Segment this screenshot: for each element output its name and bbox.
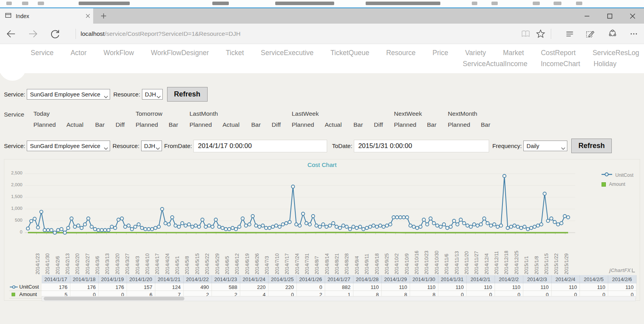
horizontal-scrollbar[interactable] (42, 296, 636, 301)
summary-group-today: TodayPlannedActualBarDiff (33, 110, 136, 128)
nav-item-ticketqueue[interactable]: TicketQueue (331, 49, 370, 57)
maximize-button[interactable] (598, 8, 621, 24)
table-date-header: 2014/1/30 (410, 275, 438, 283)
table-cell: 176 (98, 283, 127, 291)
background-fragment (212, 2, 229, 5)
close-button[interactable] (621, 8, 644, 24)
table-cell: 110 (381, 283, 410, 291)
summary-group-nextmonth: NextMonthPlannedBar (448, 110, 502, 128)
x-tick-label: 2015/1/22 (554, 237, 559, 274)
summary-col-bar: Bar (353, 121, 374, 128)
legend-item-unitcost: UnitCost (602, 172, 633, 178)
nav-item-resource[interactable]: Resource (386, 49, 416, 57)
nav-item-price[interactable]: Price (432, 49, 448, 57)
nav-item-workflow[interactable]: WorkFlow (103, 49, 134, 57)
chevron-down-icon (156, 93, 161, 100)
new-tab-button[interactable] (97, 8, 110, 24)
chart-plot (25, 171, 575, 237)
table-date-header: 2014/2/5 (580, 275, 608, 283)
background-fragment (472, 2, 477, 5)
x-tick-label: 2014/9/18 (374, 237, 380, 274)
minimize-button[interactable] (576, 8, 598, 24)
nav-item-serviceactualincome[interactable]: ServiceActualIncome (463, 60, 527, 68)
back-icon[interactable] (5, 28, 17, 40)
background-fragment (533, 2, 540, 5)
summary-group-columns: PlannedBar (394, 121, 448, 128)
summary-col-planned: Planned (448, 121, 481, 128)
table-cell: 110 (495, 283, 523, 291)
x-tick-label: 2014/3/27 (125, 237, 130, 274)
x-tick-label: 2014/3/20 (115, 237, 120, 274)
x-tick-label: 2014/6/5 (224, 237, 230, 274)
nav-item-service[interactable]: Service (31, 49, 53, 57)
reading-view-icon[interactable] (520, 28, 532, 39)
forward-icon[interactable] (27, 28, 39, 40)
nav-item-actor[interactable]: Actor (70, 49, 86, 57)
hub-icon[interactable] (564, 28, 576, 39)
share-icon[interactable] (607, 28, 618, 39)
table-cell: 110 (551, 283, 580, 291)
x-tick-label: 2014/7/24 (294, 237, 300, 274)
window-controls (576, 8, 644, 24)
resource-select[interactable]: DJH (142, 89, 163, 100)
summary-group-lastmonth: LastMonthPlannedActualBarDiff (190, 110, 292, 128)
legend-label: UnitCost (615, 172, 633, 178)
summary-group-columns: PlannedActualBarDiff (33, 121, 136, 128)
x-tick-label: 2014/8/21 (334, 237, 340, 274)
x-tick-label: 2014/11/13 (454, 237, 460, 274)
tab-favicon-icon (5, 12, 12, 20)
fromdate-input[interactable] (193, 140, 327, 152)
row-label-unitcost: UnitCost (9, 283, 42, 291)
background-fragment (491, 2, 498, 5)
background-fragment (275, 2, 334, 5)
x-tick-label: 2014/10/16 (414, 237, 420, 274)
nav-item-ticket[interactable]: Ticket (226, 49, 244, 57)
y-tick-label: 2,000 (4, 182, 22, 187)
nav-item-workflowdesigner[interactable]: WorkFlowDesigner (151, 49, 209, 57)
table-date-header: 2014/2/2 (495, 275, 523, 283)
tab-index[interactable]: Index (0, 8, 93, 24)
refresh-icon[interactable] (49, 28, 61, 40)
tab-title: Index (16, 13, 86, 19)
more-icon[interactable] (628, 28, 640, 39)
service-select-value: SunGard Employee Service (30, 143, 100, 149)
resource-select-2[interactable]: DJH (141, 141, 162, 151)
table-date-header: 2014/1/23 (212, 275, 240, 283)
summary-group-title: LastMonth (190, 110, 292, 121)
address-bar[interactable]: localhost/service/CostReport?ServiceID=1… (81, 24, 241, 44)
refresh-button[interactable]: Refresh (167, 87, 208, 102)
nav-item-market[interactable]: Market (503, 49, 524, 57)
nav-item-costreport[interactable]: CostReport (541, 49, 576, 57)
frequency-label: Frequency: (492, 143, 522, 149)
x-tick-label: 2014/9/11 (364, 237, 370, 274)
x-tick-label: 2014/2/13 (65, 237, 70, 274)
table-cell: 110 (466, 283, 495, 291)
service-select[interactable]: SunGard Employee Service (27, 89, 110, 100)
y-tick-label: 1,500 (4, 194, 22, 199)
nav-item-holiday[interactable]: Holiday (594, 60, 616, 68)
refresh-button-2[interactable]: Refresh (571, 139, 612, 153)
table-date-header: 2014/1/27 (325, 275, 353, 283)
scrollbar-thumb[interactable] (44, 297, 184, 300)
summary-col-diff: Diff (374, 121, 394, 128)
favorites-star-icon[interactable] (535, 28, 546, 39)
tab-close-icon[interactable] (86, 13, 90, 20)
x-tick-label: 2014/8/7 (314, 237, 320, 274)
table-date-header: 2014/2/1 (466, 275, 495, 283)
table-cell: 157 (127, 283, 155, 291)
background-fragment (22, 2, 28, 5)
table-date-header: 2014/1/26 (296, 275, 325, 283)
nav-item-incomechart[interactable]: IncomeChart (541, 60, 580, 68)
nav-item-variety[interactable]: Variety (465, 49, 486, 57)
todate-input[interactable] (354, 140, 489, 152)
x-tick-label: 2014/4/24 (165, 237, 170, 274)
amount-square-icon (10, 292, 18, 298)
nav-item-servicereslog[interactable]: ServiceResLog (592, 49, 639, 57)
frequency-select[interactable]: Daily (523, 141, 567, 151)
x-tick-label: 2014/1/23 (35, 237, 40, 274)
resource-label: Resource: (113, 91, 140, 98)
web-note-icon[interactable] (584, 28, 596, 39)
nav-item-serviceexecutive[interactable]: ServiceExecutive (261, 49, 313, 57)
service-select-2[interactable]: SunGard Employee Service (27, 141, 110, 151)
summary-col-planned: Planned (33, 121, 66, 128)
